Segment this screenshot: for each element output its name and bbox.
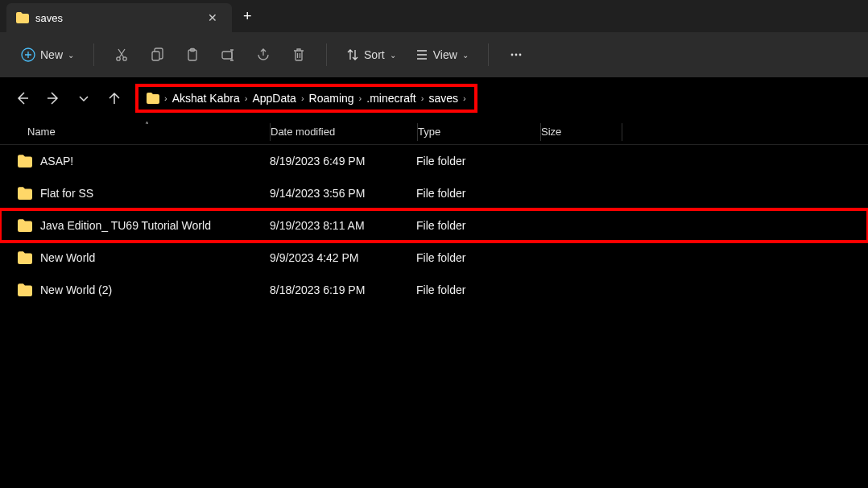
back-button[interactable] xyxy=(13,89,32,108)
view-button[interactable]: View ⌄ xyxy=(407,43,477,66)
cell-name: New World (2) xyxy=(0,283,270,296)
cell-name: Java Edition_ TU69 Tutorial World xyxy=(0,219,270,232)
paste-button[interactable] xyxy=(176,39,209,71)
close-icon[interactable]: ✕ xyxy=(203,10,222,26)
file-name: ASAP! xyxy=(40,155,73,167)
crumb[interactable]: saves xyxy=(428,92,458,105)
header-date[interactable]: Date modified xyxy=(271,126,417,138)
table-row[interactable]: Java Edition_ TU69 Tutorial World9/19/20… xyxy=(0,209,868,242)
sort-button[interactable]: Sort ⌄ xyxy=(338,43,404,66)
folder-icon xyxy=(16,11,29,24)
tab-saves[interactable]: saves ✕ xyxy=(6,3,232,32)
cell-date: 9/9/2023 4:42 PM xyxy=(270,251,416,264)
svg-point-9 xyxy=(519,54,521,56)
cut-button[interactable] xyxy=(105,39,138,71)
svg-point-2 xyxy=(123,57,126,60)
folder-icon xyxy=(18,283,32,296)
chevron-right-icon: › xyxy=(359,93,362,103)
chevron-right-icon: › xyxy=(301,93,304,103)
cell-type: File folder xyxy=(416,283,539,296)
table-row[interactable]: ASAP!8/19/2023 6:49 PMFile folder xyxy=(0,145,868,177)
file-name: New World (2) xyxy=(40,283,112,296)
chevron-down-icon: ⌄ xyxy=(68,51,74,60)
forward-button[interactable] xyxy=(43,89,63,108)
crumb[interactable]: .minecraft xyxy=(366,92,415,105)
crumb[interactable]: Roaming xyxy=(309,92,354,105)
delete-button[interactable] xyxy=(283,39,315,71)
header-name[interactable]: Name xyxy=(0,126,270,138)
chevron-right-icon: › xyxy=(245,93,248,103)
cell-date: 8/19/2023 6:49 PM xyxy=(270,155,416,167)
svg-point-1 xyxy=(117,57,120,60)
view-label: View xyxy=(433,48,457,61)
table-row[interactable]: New World9/9/2023 4:42 PMFile folder xyxy=(0,242,868,274)
svg-rect-3 xyxy=(152,52,159,60)
tab-title: saves xyxy=(35,12,196,24)
column-headers: ˄ Name Date modified Type Size xyxy=(0,119,868,145)
crumb[interactable]: AppData xyxy=(252,92,296,105)
cell-name: Flat for SS xyxy=(0,187,270,200)
table-row[interactable]: New World (2)8/18/2023 6:19 PMFile folde… xyxy=(0,274,868,306)
header-type[interactable]: Type xyxy=(418,126,540,138)
cell-name: ASAP! xyxy=(0,155,270,167)
cell-date: 9/14/2023 3:56 PM xyxy=(270,187,416,200)
chevron-down-icon: ⌄ xyxy=(390,51,396,60)
new-tab-button[interactable]: + xyxy=(232,8,263,25)
cell-date: 9/19/2023 8:11 AM xyxy=(270,219,416,232)
cell-date: 8/18/2023 6:19 PM xyxy=(270,283,416,296)
cell-type: File folder xyxy=(416,251,539,264)
folder-icon xyxy=(18,251,32,264)
more-button[interactable] xyxy=(500,39,532,71)
cell-name: New World xyxy=(0,251,270,264)
sort-icon xyxy=(346,48,359,61)
separator xyxy=(326,43,327,66)
folder-icon xyxy=(18,187,32,200)
cell-type: File folder xyxy=(416,187,539,200)
chevron-down-icon: ⌄ xyxy=(462,51,469,60)
breadcrumb[interactable]: › Akshat Kabra › AppData › Roaming › .mi… xyxy=(135,84,477,113)
separator xyxy=(93,43,94,66)
header-size[interactable]: Size xyxy=(541,126,622,138)
share-button[interactable] xyxy=(247,39,279,71)
toolbar: New ⌄ Sort ⌄ View ⌄ xyxy=(0,32,868,77)
new-label: New xyxy=(40,48,63,61)
file-name: New World xyxy=(40,251,95,264)
chevron-right-icon: › xyxy=(164,93,167,103)
folder-icon xyxy=(18,219,32,232)
rename-button[interactable] xyxy=(212,39,244,71)
sort-indicator-icon: ˄ xyxy=(145,121,149,130)
svg-point-8 xyxy=(515,54,517,56)
table-row[interactable]: Flat for SS9/14/2023 3:56 PMFile folder xyxy=(0,177,868,209)
sort-label: Sort xyxy=(364,48,385,61)
new-button[interactable]: New ⌄ xyxy=(13,43,82,67)
cell-type: File folder xyxy=(416,219,539,232)
file-name: Java Edition_ TU69 Tutorial World xyxy=(40,219,211,232)
nav-row: › Akshat Kabra › AppData › Roaming › .mi… xyxy=(0,77,868,119)
recent-button[interactable] xyxy=(74,89,93,108)
view-icon xyxy=(415,48,428,61)
chevron-right-icon: › xyxy=(463,93,466,103)
plus-circle-icon xyxy=(21,48,35,62)
folder-icon xyxy=(147,93,159,104)
separator xyxy=(488,43,489,66)
separator xyxy=(622,123,622,141)
copy-button[interactable] xyxy=(141,39,173,71)
crumb[interactable]: Akshat Kabra xyxy=(172,92,240,105)
svg-rect-6 xyxy=(222,52,232,59)
chevron-right-icon: › xyxy=(421,93,424,103)
file-name: Flat for SS xyxy=(40,187,93,200)
cell-type: File folder xyxy=(416,155,539,167)
up-button[interactable] xyxy=(105,89,124,108)
svg-point-7 xyxy=(510,54,513,56)
tab-bar: saves ✕ + xyxy=(0,0,868,32)
file-list: ASAP!8/19/2023 6:49 PMFile folderFlat fo… xyxy=(0,145,868,306)
folder-icon xyxy=(18,155,32,167)
